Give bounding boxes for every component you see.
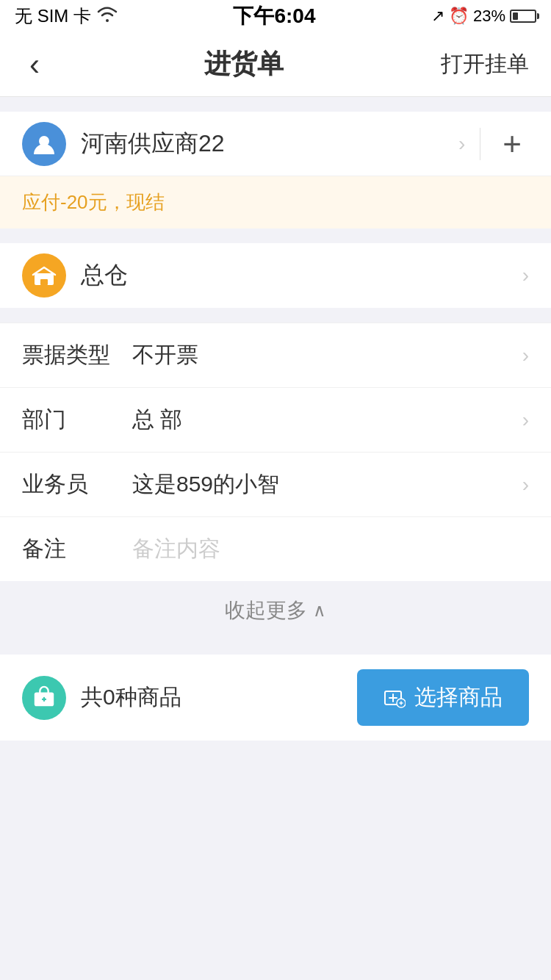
divider-2	[0, 308, 551, 323]
status-time: 下午6:04	[233, 2, 315, 30]
dept-row[interactable]: 部门 总 部 ›	[0, 387, 551, 452]
supplier-divider	[480, 128, 480, 160]
supplier-row[interactable]: 河南供应商22 › +	[0, 112, 551, 176]
bottom-bar: 共0种商品 选择商品	[0, 655, 551, 741]
form-section: 票据类型 不开票 › 部门 总 部 › 业务员 这是859的小智 › 备注 备注…	[0, 323, 551, 581]
supplier-section: 河南供应商22 › + 应付-20元，现结	[0, 112, 551, 228]
dept-chevron: ›	[522, 408, 529, 432]
remark-value: 备注内容	[118, 534, 529, 564]
salesman-chevron: ›	[522, 473, 529, 497]
open-pending-button[interactable]: 打开挂单	[441, 49, 529, 79]
salesman-label: 业务员	[22, 469, 118, 500]
remark-label: 备注	[22, 534, 118, 564]
status-bar: 无 SIM 卡 下午6:04 ↗ ⏰ 23%	[0, 0, 551, 32]
invoice-row[interactable]: 票据类型 不开票 ›	[0, 323, 551, 387]
dept-value: 总 部	[118, 405, 515, 435]
salesman-value: 这是859的小智	[118, 469, 515, 500]
nav-bar: ‹ 进货单 打开挂单	[0, 32, 551, 97]
dept-label: 部门	[22, 405, 118, 435]
invoice-chevron: ›	[522, 344, 529, 367]
warehouse-icon	[22, 253, 66, 298]
svg-rect-2	[40, 279, 48, 285]
collapse-icon: ∧	[313, 600, 326, 621]
collapse-row[interactable]: 收起更多 ∧	[0, 581, 551, 640]
divider-1	[0, 228, 551, 243]
select-product-button[interactable]: 选择商品	[357, 669, 529, 726]
status-icons: ↗ ⏰ 23%	[431, 7, 536, 26]
invoice-value: 不开票	[118, 340, 515, 370]
status-carrier: 无 SIM 卡	[15, 4, 118, 28]
notice-text: 应付-20元，现结	[22, 191, 165, 213]
battery-icon	[510, 10, 536, 23]
select-product-icon	[383, 687, 406, 709]
page-background	[0, 741, 551, 961]
product-icon	[22, 676, 66, 720]
supplier-chevron: ›	[458, 132, 465, 156]
select-product-label: 选择商品	[414, 682, 503, 713]
supplier-avatar	[22, 122, 66, 166]
warehouse-row[interactable]: 总仓 ›	[0, 243, 551, 308]
salesman-row[interactable]: 业务员 这是859的小智 ›	[0, 452, 551, 516]
location-icon: ↗	[431, 7, 444, 26]
warehouse-section: 总仓 ›	[0, 243, 551, 308]
product-count: 共0种商品	[81, 682, 357, 713]
warehouse-chevron: ›	[522, 264, 529, 287]
invoice-label: 票据类型	[22, 340, 118, 370]
add-supplier-button[interactable]: +	[495, 126, 529, 162]
top-divider	[0, 97, 551, 112]
wifi-icon	[97, 6, 118, 26]
warehouse-name: 总仓	[81, 259, 515, 292]
carrier-text: 无 SIM 卡	[15, 4, 91, 28]
battery-text: 23%	[473, 7, 505, 26]
page-title: 进货单	[204, 46, 284, 82]
remark-row[interactable]: 备注 备注内容	[0, 516, 551, 581]
notice-bar: 应付-20元，现结	[0, 176, 551, 228]
collapse-text: 收起更多	[225, 597, 307, 624]
supplier-name: 河南供应商22	[81, 128, 451, 160]
back-icon: ‹	[29, 47, 40, 82]
back-button[interactable]: ‹	[22, 40, 47, 90]
alarm-icon: ⏰	[449, 7, 469, 26]
